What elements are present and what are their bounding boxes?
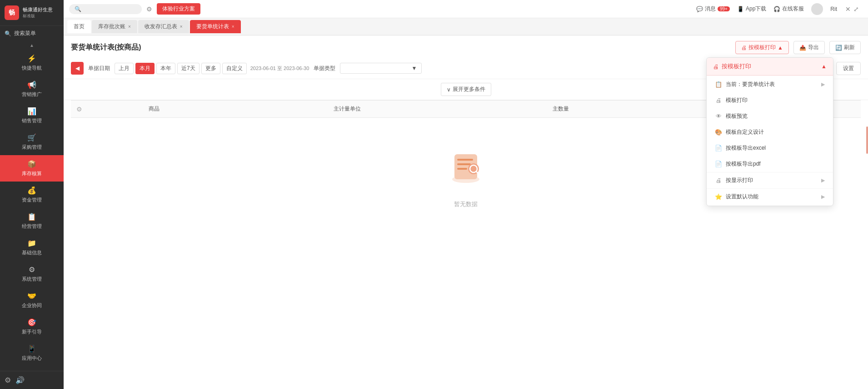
- notifications-badge: 99+: [718, 6, 730, 11]
- sidebar-item-label: 基础信息: [22, 249, 42, 256]
- refresh-button[interactable]: 🔄 刷新: [829, 41, 861, 54]
- dropdown-template-preview[interactable]: 👁 模板预览: [707, 108, 833, 124]
- dropdown-display-print-arrow: ▶: [821, 177, 825, 183]
- print-template-label: 按模板打印: [748, 44, 776, 51]
- dropdown-current-icon: 📋: [715, 81, 722, 88]
- dropdown-template-export-excel[interactable]: 📄 按模板导出excel: [707, 140, 833, 156]
- sidebar-item-label: 系统管理: [22, 276, 42, 283]
- tab-batch-account[interactable]: 库存批次账 ×: [92, 20, 137, 33]
- export-button[interactable]: 📤 导出: [793, 41, 825, 54]
- dropdown-set-default[interactable]: ⭐ 设置默认功能 ▶: [707, 188, 833, 205]
- purchase-icon: 🛒: [27, 133, 36, 142]
- sidebar-item-quick-nav[interactable]: ⚡ 快捷导航: [0, 50, 64, 76]
- sidebar-item-label: 快捷导航: [22, 65, 42, 71]
- empty-svg-icon: [445, 145, 486, 186]
- dropdown-export-excel-icon: 📄: [715, 145, 722, 152]
- online-service-item[interactable]: 🎧 在线客服: [773, 5, 804, 13]
- dropdown-current-template[interactable]: 📋 当前：要货单统计表 ▶: [707, 76, 833, 92]
- dropdown-display-print-label: 按显示打印: [726, 177, 818, 184]
- date-last7[interactable]: 近7天: [177, 63, 200, 74]
- user-avatar[interactable]: [811, 3, 823, 15]
- header-search-bar[interactable]: 🔍: [69, 4, 142, 14]
- sound-icon[interactable]: 🔊: [15, 376, 25, 384]
- date-current-month[interactable]: 本月: [135, 63, 155, 74]
- page-actions: 🖨 按模板打印 ▲ 📤 导出 🔄 刷新 🖨: [735, 41, 861, 54]
- dropdown-template-design[interactable]: 🎨 模板自定义设计: [707, 124, 833, 140]
- date-more[interactable]: 更多: [201, 63, 220, 74]
- header-search-icon: 🔍: [75, 6, 81, 12]
- date-current-year[interactable]: 本年: [156, 63, 175, 74]
- sidebar-item-finance[interactable]: 💰 资金管理: [0, 182, 64, 208]
- date-range: 2023-06-01 至 2023-06-30: [250, 65, 309, 72]
- sidebar-item-label: 企业协同: [22, 302, 42, 309]
- tab-receipt-summary-close[interactable]: ×: [180, 24, 183, 29]
- tab-receipt-summary[interactable]: 收发存汇总表 ×: [138, 20, 189, 33]
- header-gear-icon[interactable]: ⚙: [146, 5, 152, 13]
- dropdown-export-pdf-label: 按模板导出pdf: [726, 160, 825, 168]
- sidebar-item-inventory[interactable]: 📦 库存核算: [0, 155, 64, 182]
- quick-nav-icon: ⚡: [27, 54, 36, 63]
- expand-more-label: 展开更多条件: [453, 86, 485, 93]
- date-group: 上月 本月 本年 近7天 更多 自定义 2023-06-01 至 2023-06…: [115, 63, 309, 74]
- sidebar-item-sales[interactable]: 📊 销售管理: [0, 102, 64, 129]
- filter-expand-icon[interactable]: ◀: [71, 62, 84, 75]
- dropdown-current-arrow: ▶: [821, 81, 825, 87]
- tab-home[interactable]: 首页: [67, 20, 91, 33]
- dropdown-template-design-icon: 🎨: [715, 129, 722, 136]
- dropdown-template-preview-label: 模板预览: [726, 112, 825, 120]
- sidebar-item-operations[interactable]: 📋 经营管理: [0, 208, 64, 234]
- table-header-quantity: 主数量: [474, 101, 647, 118]
- printer-icon: 🖨: [741, 45, 747, 51]
- guide-icon: 🎯: [27, 318, 36, 327]
- export-label: 导出: [808, 44, 819, 51]
- dropdown-chevron-up[interactable]: ▲: [821, 63, 827, 70]
- settings-bottom-icon[interactable]: ⚙: [5, 376, 11, 384]
- order-type-label: 单据类型: [314, 65, 335, 72]
- sidebar-item-label: 应用中心: [22, 355, 42, 362]
- sidebar-item-basic[interactable]: 📁 基础信息: [0, 234, 64, 261]
- expand-more-button[interactable]: ∨ 展开更多条件: [441, 83, 491, 96]
- app-download-item[interactable]: 📱 App下载: [737, 5, 766, 13]
- scroll-indicator[interactable]: [866, 126, 868, 154]
- dropdown-set-default-arrow: ▶: [821, 194, 825, 200]
- date-prev-month[interactable]: 上月: [115, 63, 134, 74]
- notifications-item[interactable]: 💬 消息 99+: [696, 5, 730, 13]
- trial-button[interactable]: 体验行业方案: [157, 3, 200, 15]
- sidebar-item-label: 经营管理: [22, 223, 42, 230]
- svg-rect-4: [457, 168, 467, 170]
- system-icon: ⚙: [29, 265, 35, 274]
- sidebar-item-label: 新手引导: [22, 328, 42, 335]
- tab-batch-account-close[interactable]: ×: [128, 24, 131, 29]
- window-close-icon[interactable]: ✕: [845, 5, 851, 13]
- enterprise-icon: 🤝: [27, 292, 36, 300]
- tab-order-stats[interactable]: 要货单统计表 ×: [190, 20, 241, 33]
- sidebar-item-apps[interactable]: 📱 应用中心: [0, 340, 64, 366]
- print-template-chevron-up: ▲: [778, 45, 783, 51]
- sidebar-item-label: 资金管理: [22, 197, 42, 203]
- sidebar-scroll-up[interactable]: ▲: [0, 41, 64, 50]
- print-template-button[interactable]: 🖨 按模板打印 ▲: [735, 41, 789, 54]
- search-menu-item[interactable]: 🔍 搜索菜单: [0, 26, 64, 41]
- refresh-label: 刷新: [844, 44, 855, 51]
- dropdown-template-print[interactable]: 🖨 模板打印: [707, 92, 833, 108]
- table-settings-icon[interactable]: ⚙: [76, 106, 82, 113]
- dropdown-template-export-pdf[interactable]: 📄 按模板导出pdf: [707, 156, 833, 172]
- sidebar-item-enterprise[interactable]: 🤝 企业协同: [0, 287, 64, 313]
- dropdown-submenu: 📋 当前：要货单统计表 ▶ 🖨 模板打印 👁 模板预览: [707, 76, 833, 206]
- refresh-icon: 🔄: [835, 45, 842, 51]
- date-custom[interactable]: 自定义: [222, 63, 247, 74]
- sidebar-item-purchase[interactable]: 🛒 采购管理: [0, 129, 64, 155]
- sidebar-item-wechat[interactable]: 💬 企业微信: [0, 366, 64, 371]
- sidebar-item-label: 营销推广: [22, 91, 42, 98]
- order-type-select[interactable]: ▼: [340, 63, 422, 74]
- sidebar-item-guide[interactable]: 🎯 新手引导: [0, 313, 64, 340]
- sidebar-item-marketing[interactable]: 📢 营销推广: [0, 76, 64, 102]
- dropdown-header[interactable]: 🖨 按模板打印 ▲: [707, 58, 833, 76]
- dropdown-display-print[interactable]: 🖨 按显示打印 ▶: [707, 172, 833, 188]
- tab-order-stats-close[interactable]: ×: [232, 24, 234, 29]
- sidebar-item-label: 采购管理: [22, 144, 42, 151]
- app-logo: 畅 畅康通好生意 标准版: [0, 0, 64, 26]
- settings-button[interactable]: 设置: [836, 62, 861, 75]
- sidebar-item-system[interactable]: ⚙ 系统管理: [0, 261, 64, 287]
- window-maximize-icon[interactable]: ⤢: [853, 5, 859, 13]
